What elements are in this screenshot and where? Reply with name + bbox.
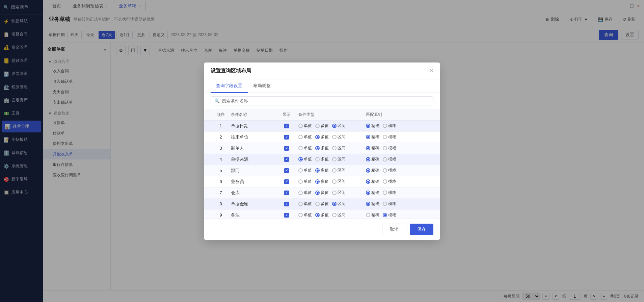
type-single-7[interactable]: 单值 bbox=[298, 190, 312, 196]
type-multi-5[interactable]: 多值 bbox=[315, 168, 329, 173]
dialog-table-header: 顺序 条件名称 显示 条件类型 匹配原则 bbox=[204, 109, 440, 121]
type-multi-8[interactable]: 多值 bbox=[315, 201, 329, 207]
type-range-3[interactable]: 区间 bbox=[332, 145, 346, 151]
match-radio-group-9: 精确 模糊 bbox=[366, 212, 433, 218]
dialog-row-9: 9 备注 单值 多值 区间 精确 模 bbox=[204, 210, 440, 219]
condition-search-input[interactable] bbox=[222, 98, 430, 103]
match-radio-group-7: 精确 模糊 bbox=[366, 190, 433, 196]
row-type-2: 单值 多值 区间 bbox=[298, 134, 366, 140]
match-exact-3[interactable]: 精确 bbox=[366, 145, 379, 151]
row-match-3: 精确 模糊 bbox=[366, 145, 433, 151]
tab-field-settings[interactable]: 查询字段设置 bbox=[211, 79, 248, 93]
match-exact-2[interactable]: 精确 bbox=[366, 134, 379, 140]
row-order-1: 1 bbox=[211, 123, 231, 128]
dialog-row-4: 4 单据来源 单值 多值 区间 精确 bbox=[204, 154, 440, 165]
row-name-3: 制单人 bbox=[231, 145, 275, 151]
show-checkbox-2[interactable] bbox=[284, 135, 289, 140]
type-range-8[interactable]: 区间 bbox=[332, 201, 346, 207]
row-name-2: 往来单位 bbox=[231, 134, 275, 140]
type-radio-group-5: 单值 多值 区间 bbox=[298, 168, 366, 173]
match-radio-group-5: 精确 模糊 bbox=[366, 168, 433, 173]
match-fuzzy-5[interactable]: 模糊 bbox=[383, 168, 396, 173]
type-single-4[interactable]: 单值 bbox=[298, 156, 312, 162]
dialog-row-1: 1 单据日期 单值 多值 区间 精确 bbox=[204, 121, 440, 132]
match-exact-1[interactable]: 精确 bbox=[366, 123, 379, 129]
type-radio-group-6: 单值 多值 区间 bbox=[298, 179, 366, 184]
row-name-5: 部门 bbox=[231, 168, 275, 174]
show-checkbox-1[interactable] bbox=[284, 124, 289, 128]
save-button[interactable]: 保存 bbox=[410, 224, 433, 235]
show-checkbox-8[interactable] bbox=[284, 202, 289, 206]
match-fuzzy-3[interactable]: 模糊 bbox=[383, 145, 396, 151]
row-match-9: 精确 模糊 bbox=[366, 212, 433, 218]
match-fuzzy-1[interactable]: 模糊 bbox=[383, 123, 396, 129]
row-show-2 bbox=[275, 135, 298, 140]
match-exact-8[interactable]: 精确 bbox=[366, 201, 379, 207]
match-exact-9[interactable]: 精确 bbox=[366, 212, 379, 218]
show-checkbox-3[interactable] bbox=[284, 146, 289, 151]
match-fuzzy-9[interactable]: 模糊 bbox=[383, 212, 396, 218]
type-multi-2[interactable]: 多值 bbox=[315, 134, 329, 140]
dialog-footer: 取消 保存 bbox=[204, 219, 440, 240]
row-type-3: 单值 多值 区间 bbox=[298, 145, 366, 151]
type-radio-group-8: 单值 多值 区间 bbox=[298, 201, 366, 207]
type-single-9[interactable]: 单值 bbox=[298, 212, 312, 218]
row-order-4: 4 bbox=[211, 157, 231, 162]
row-type-1: 单值 多值 区间 bbox=[298, 123, 366, 129]
row-type-6: 单值 多值 区间 bbox=[298, 179, 366, 184]
type-multi-4[interactable]: 多值 bbox=[315, 156, 329, 162]
row-name-7: 仓库 bbox=[231, 190, 275, 196]
tab-layout-adjust[interactable]: 布局调整 bbox=[248, 79, 276, 93]
dialog-close-button[interactable]: × bbox=[430, 67, 433, 74]
match-exact-5[interactable]: 精确 bbox=[366, 168, 379, 173]
type-single-8[interactable]: 单值 bbox=[298, 201, 312, 207]
type-range-7[interactable]: 区间 bbox=[332, 190, 346, 196]
match-exact-6[interactable]: 精确 bbox=[366, 179, 379, 184]
type-single-2[interactable]: 单值 bbox=[298, 134, 312, 140]
type-single-1[interactable]: 单值 bbox=[298, 123, 312, 129]
match-fuzzy-7[interactable]: 模糊 bbox=[383, 190, 396, 196]
row-show-6 bbox=[275, 179, 298, 184]
row-order-2: 2 bbox=[211, 134, 231, 140]
type-multi-9[interactable]: 多值 bbox=[315, 212, 329, 218]
type-multi-6[interactable]: 多值 bbox=[315, 179, 329, 184]
match-fuzzy-2[interactable]: 模糊 bbox=[383, 134, 396, 140]
match-fuzzy-4[interactable]: 模糊 bbox=[383, 156, 396, 162]
col-header-order: 顺序 bbox=[211, 112, 231, 118]
row-order-8: 8 bbox=[211, 201, 231, 206]
match-exact-7[interactable]: 精确 bbox=[366, 190, 379, 196]
row-name-4: 单据来源 bbox=[231, 156, 275, 162]
type-multi-3[interactable]: 多值 bbox=[315, 145, 329, 151]
show-checkbox-6[interactable] bbox=[284, 179, 289, 184]
match-exact-4[interactable]: 精确 bbox=[366, 156, 379, 162]
type-multi-1[interactable]: 多值 bbox=[315, 123, 329, 129]
type-range-4[interactable]: 区间 bbox=[332, 156, 346, 162]
dialog-title: 设置查询区域布局 bbox=[211, 68, 251, 74]
type-single-5[interactable]: 单值 bbox=[298, 168, 312, 173]
type-multi-7[interactable]: 多值 bbox=[315, 190, 329, 196]
type-single-6[interactable]: 单值 bbox=[298, 179, 312, 184]
row-type-4: 单值 多值 区间 bbox=[298, 156, 366, 162]
row-show-5 bbox=[275, 168, 298, 173]
show-checkbox-4[interactable] bbox=[284, 157, 289, 162]
cancel-button[interactable]: 取消 bbox=[382, 224, 406, 235]
row-order-5: 5 bbox=[211, 168, 231, 173]
modal-overlay: 设置查询区域布局 × 查询字段设置 布局调整 🔍 顺序 条件名称 显示 条件类型… bbox=[0, 0, 644, 302]
match-fuzzy-8[interactable]: 模糊 bbox=[383, 201, 396, 207]
type-radio-group-3: 单值 多值 区间 bbox=[298, 145, 366, 151]
match-fuzzy-6[interactable]: 模糊 bbox=[383, 179, 396, 184]
row-type-9: 单值 多值 区间 bbox=[298, 212, 366, 218]
show-checkbox-9[interactable] bbox=[284, 213, 289, 218]
show-checkbox-7[interactable] bbox=[284, 191, 289, 195]
show-checkbox-5[interactable] bbox=[284, 168, 289, 173]
row-name-6: 业务员 bbox=[231, 179, 275, 185]
type-range-5[interactable]: 区间 bbox=[332, 168, 346, 173]
type-range-6[interactable]: 区间 bbox=[332, 179, 346, 184]
dialog-row-5: 5 部门 单值 多值 区间 精确 模 bbox=[204, 165, 440, 176]
type-single-3[interactable]: 单值 bbox=[298, 145, 312, 151]
match-radio-group-3: 精确 模糊 bbox=[366, 145, 433, 151]
type-range-1[interactable]: 区间 bbox=[332, 123, 346, 129]
type-range-2[interactable]: 区间 bbox=[332, 134, 346, 140]
row-order-9: 9 bbox=[211, 212, 231, 218]
type-range-9[interactable]: 区间 bbox=[332, 212, 346, 218]
